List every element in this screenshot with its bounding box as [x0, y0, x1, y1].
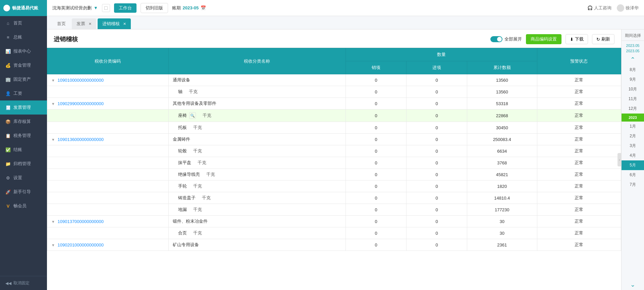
content-area: 进销稽核 全部展开 商品编码设置 ⬇ 下载 ↻ 刷新	[47, 29, 644, 290]
company-selector[interactable]: 沈海英测试经营勿删 ▼	[52, 5, 98, 11]
sidebar-item-home[interactable]: ⌂ 首页	[0, 16, 47, 30]
period-2[interactable]: 2月	[622, 131, 644, 141]
tab-invoice-close[interactable]: ✕	[89, 22, 92, 26]
row-purchase: 0	[407, 98, 467, 110]
sidebar-item-invoice[interactable]: 🧾 发票管理	[0, 100, 47, 115]
sidebar-pin-toggle[interactable]: ◀◀ 取消固定	[0, 276, 47, 290]
sidebar-item-guide[interactable]: 🚀 新手引导	[0, 185, 47, 199]
sidebar-item-stock[interactable]: 📦 库存核算	[0, 115, 47, 129]
tab-reconcile[interactable]: 进销稽核 ✕	[98, 18, 131, 29]
assets-icon: 🏢	[5, 77, 11, 82]
search-icon[interactable]: 🔍	[189, 112, 196, 119]
sidebar-nav: ⌂ 首页 ≡ 总账 📊 报表中心 💰 资金管理 🏢 固定资产 👤 工资 🧾 发票…	[0, 16, 47, 276]
row-purchase: 0	[407, 180, 467, 192]
expand-icon[interactable]: ▼	[51, 243, 55, 247]
row-empty-code	[47, 227, 169, 239]
sidebar-item-settings[interactable]: ⚙ 设置	[0, 171, 47, 185]
th-purchase: 进项	[407, 61, 467, 74]
period-3[interactable]: 3月	[622, 141, 644, 151]
row-sales: 0	[346, 145, 407, 157]
period-7[interactable]: 7月	[622, 180, 644, 190]
workbench-button[interactable]: 工作台	[114, 3, 137, 13]
panel-up-btn[interactable]: ⌃	[629, 56, 637, 64]
archive-icon: 📁	[5, 161, 11, 166]
period-6[interactable]: 6月	[622, 170, 644, 180]
calendar-icon[interactable]: 📅	[201, 5, 206, 10]
expand-icon[interactable]: ▼	[51, 102, 55, 106]
row-empty-code	[47, 110, 169, 122]
row-unit: 千克	[193, 148, 202, 153]
sidebar-item-label: 发票管理	[13, 104, 31, 111]
period-12[interactable]: 12月	[622, 104, 644, 114]
panel-down-btn[interactable]: ⌄	[629, 281, 637, 289]
refresh-btn[interactable]: ↻ 刷新	[592, 34, 614, 44]
row-name: 矿山专用设备	[168, 239, 346, 251]
row-empty-code	[47, 122, 169, 134]
toggle-all-control[interactable]: 全部展开	[490, 36, 522, 42]
row-total: 13560	[467, 74, 537, 86]
row-unit: 千克	[203, 113, 211, 118]
guide-icon: 🚀	[5, 189, 11, 195]
sidebar-item-salary[interactable]: 👤 工资	[0, 86, 47, 100]
expand-icon[interactable]: ▼	[51, 220, 55, 224]
download-btn[interactable]: ⬇ 下载	[566, 34, 588, 44]
sidebar-item-funds[interactable]: 💰 资金管理	[0, 58, 47, 72]
row-purchase: 0	[407, 134, 467, 145]
sidebar-item-archive[interactable]: 📁 归档管理	[0, 157, 47, 171]
row-name-unit: 轴 千克	[168, 86, 346, 98]
user-profile[interactable]: 徐泽华	[617, 4, 639, 12]
tab-invoice[interactable]: 发票 ✕	[72, 18, 96, 29]
row-purchase: 0	[407, 239, 467, 251]
row-unit: 千克	[206, 172, 215, 177]
sidebar-item-label: 首页	[13, 20, 22, 26]
row-purchase: 0	[407, 216, 467, 227]
sidebar-item-vip[interactable]: V 畅会员	[0, 199, 47, 213]
topbar-archive-icon: □	[102, 4, 110, 12]
download-icon: ⬇	[570, 37, 574, 42]
page-actions: 全部展开 商品编码设置 ⬇ 下载 ↻ 刷新	[490, 34, 614, 44]
sidebar-item-label: 新手引导	[13, 189, 31, 195]
panel-collapse-btn[interactable]: ‹	[618, 153, 622, 166]
row-sales: 0	[346, 98, 407, 110]
sidebar-item-label: 工资	[13, 90, 22, 96]
tab-home[interactable]: 首页	[52, 18, 70, 29]
table-row: 托板 千克 0 0 30450 正常	[47, 122, 621, 134]
goods-code-btn[interactable]: 商品编码设置	[526, 34, 561, 44]
stock-icon: 📦	[5, 119, 11, 124]
row-total: 1820	[467, 180, 537, 192]
topbar: 沈海英测试经营勿删 ▼ □ 工作台 切到旧版 账期 2023-05 📅 🎧 人工…	[47, 0, 644, 16]
period-1[interactable]: 1月	[622, 122, 644, 131]
period-8[interactable]: 8月	[622, 65, 644, 75]
expand-icon[interactable]: ▼	[51, 138, 55, 142]
row-status: 正常	[537, 110, 621, 122]
sidebar-item-checkout[interactable]: ✅ 结账	[0, 143, 47, 157]
period-9[interactable]: 9月	[622, 75, 644, 84]
row-total: 53318	[467, 98, 537, 110]
tab-reconcile-close[interactable]: ✕	[123, 22, 126, 26]
table-row: 地漏 千克 0 0 177230 正常	[47, 204, 621, 216]
panel-up-section: ⌃	[622, 54, 644, 65]
expand-icon[interactable]: ▼	[51, 78, 55, 82]
table-row: ▼ 1090136000000000000 金属铸件 0 0 250083.4 …	[47, 134, 621, 145]
sidebar-item-reports[interactable]: 📊 报表中心	[0, 44, 47, 58]
toggle-switch[interactable]	[490, 36, 502, 42]
row-status: 正常	[537, 86, 621, 98]
period-top-labels: 2023.05 2023.05	[622, 41, 644, 54]
th-quantity: 数量	[346, 48, 537, 61]
period-5[interactable]: 5月	[622, 160, 644, 170]
row-status: 正常	[537, 192, 621, 204]
sidebar-item-ledger[interactable]: ≡ 总账	[0, 30, 47, 44]
row-empty-code	[47, 204, 169, 216]
help-link[interactable]: 🎧 人工咨询	[587, 5, 611, 11]
row-total: 2361	[467, 239, 537, 251]
period-11[interactable]: 11月	[622, 94, 644, 104]
row-sales: 0	[346, 204, 407, 216]
period-10[interactable]: 10月	[622, 84, 644, 94]
sidebar-item-tax[interactable]: 📋 税务管理	[0, 129, 47, 143]
switch-version-button[interactable]: 切到旧版	[141, 3, 168, 13]
table-row: 轮毂 千克 0 0 6634 正常	[47, 145, 621, 157]
period-4[interactable]: 4月	[622, 151, 644, 160]
sidebar-item-assets[interactable]: 🏢 固定资产	[0, 72, 47, 86]
row-unit: 千克	[202, 195, 211, 200]
period-top-1: 2023.05	[623, 43, 643, 48]
